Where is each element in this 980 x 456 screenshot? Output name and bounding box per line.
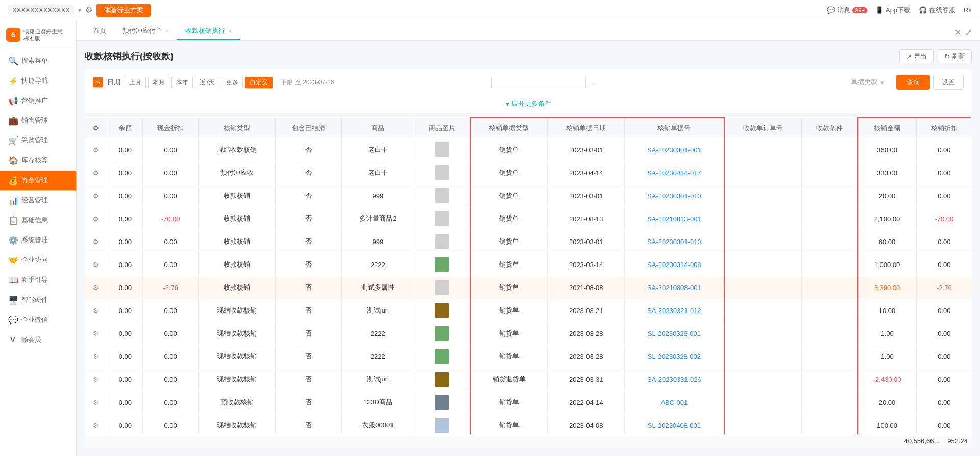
sidebar-item-basics[interactable]: 📋 基础信息 [0,210,76,230]
row-gear[interactable]: ⚙ [85,253,108,276]
filter-7days[interactable]: 近7天 [195,77,220,88]
refresh-button[interactable]: ↻ 刷新 [938,49,972,63]
row-gear[interactable]: ⚙ [85,299,108,322]
company-name[interactable]: XXXXXXXXXXXXX [8,5,74,15]
filter-this-month[interactable]: 本月 [148,77,169,88]
row-discount: 0.00 [916,253,972,276]
sidebar-item-enterprise[interactable]: 🤝 企业协同 [0,250,76,270]
marketing-icon: 📢 [8,96,17,106]
sidebar-item-purchase[interactable]: 🛒 采购管理 [0,131,76,151]
row-bill-no[interactable]: ABC-001 [625,391,724,414]
sidebar-item-finance[interactable]: 💰 资金管理 [0,171,76,190]
row-gear[interactable]: ⚙ [85,345,108,368]
user-item[interactable]: Rit [964,6,972,14]
filter-last-month[interactable]: 上月 [125,77,146,88]
row-gear[interactable]: ⚙ [85,138,108,161]
company-dropdown-icon[interactable]: ▾ [78,7,81,14]
sidebar-item-inventory[interactable]: 🏠 库存核算 [0,151,76,171]
row-discount: 0.00 [916,299,972,322]
row-type: 现结收款核销 [199,322,276,345]
logo-icon: 6 [6,28,20,42]
row-settled: 否 [276,161,342,184]
message-item[interactable]: 💬 消息 99+ [827,6,867,15]
col-header-order-no: 收款单订单号 [724,118,801,138]
counterpart-filter: ··· [338,77,751,88]
row-bill-no[interactable]: SA-20230331-026 [625,368,724,391]
row-gear[interactable]: ⚙ [85,276,108,299]
top-bar-left: XXXXXXXXXXXXX ▾ ⚙ 体验行业方案 [8,4,821,17]
tab-expand-icon[interactable]: ⤢ [965,28,972,37]
tab-collection[interactable]: 收款核销执行 × [177,22,240,40]
tab-prepay-close[interactable]: × [165,27,169,34]
row-gear[interactable]: ⚙ [85,391,108,414]
table-scroll[interactable]: ⚙ 余额 现金折扣 核销类型 包含已结清 商品 商品图片 核销单据类型 核销单据… [85,117,972,434]
row-settled: 否 [276,230,342,253]
sidebar-item-system[interactable]: ⚙️ 系统管理 [0,230,76,250]
row-bill-no[interactable]: SA-20230414-017 [625,161,724,184]
settings-icon[interactable]: ⚙ [85,5,92,15]
top-bar: XXXXXXXXXXXXX ▾ ⚙ 体验行业方案 💬 消息 99+ 📱 App下… [0,0,980,20]
tab-collection-close[interactable]: × [228,27,232,34]
row-gear[interactable]: ⚙ [85,368,108,391]
row-gear[interactable]: ⚙ [85,230,108,253]
footer-total-discount: 952.24 [947,437,968,445]
filter-more[interactable]: 更多 [222,77,243,88]
row-amount: 1.00 [857,322,916,345]
row-bill-no[interactable]: SL-20230328-002 [625,345,724,368]
row-gear[interactable]: ⚙ [85,161,108,184]
sidebar-item-search[interactable]: 🔍 搜索菜单 [0,51,76,71]
col-header-goods: 商品 [342,118,414,138]
row-bill-no[interactable]: SA-20230314-008 [625,253,724,276]
row-bill-no[interactable]: SA-20210813-001 [625,207,724,230]
row-goods: 老白干 [342,138,414,161]
sidebar-item-sales[interactable]: 💼 销售管理 [0,111,76,131]
row-settled: 否 [276,138,342,161]
sidebar-item-hardware[interactable]: 🖥️ 智能硬件 [0,290,76,310]
row-bill-no[interactable]: SA-20230301-010 [625,184,724,207]
tab-prepay[interactable]: 预付冲应付单 × [114,22,177,40]
filter-custom[interactable]: 自定义 [245,77,273,88]
filter-this-year[interactable]: 本年 [172,77,193,88]
row-balance: 0.00 [108,184,142,207]
table-row: ⚙ 0.00 0.00 收款核销 否 2222 销货单 2023-03-14 S… [85,253,972,276]
row-amount: 20.00 [857,391,916,414]
row-gear[interactable]: ⚙ [85,414,108,434]
filter-expand-arrow[interactable]: » [93,77,103,87]
row-gear[interactable]: ⚙ [85,322,108,345]
row-balance: 0.00 [108,414,142,434]
row-payment-term [801,276,857,299]
online-service-item[interactable]: 🎧 在线客服 [919,6,955,15]
row-order-no [724,345,801,368]
query-button[interactable]: 查询 [896,75,930,90]
setting-button[interactable]: 设置 [933,75,964,90]
row-bill-no[interactable]: SA-20230301-001 [625,138,724,161]
sidebar-item-quick-nav[interactable]: ⚡ 快捷导航 [0,71,76,91]
sidebar-item-operations[interactable]: 📊 经营管理 [0,190,76,210]
row-discount: 0.00 [916,322,972,345]
row-bill-no[interactable]: SL-20230408-001 [625,414,724,434]
row-bill-date: 2023-04-14 [548,161,625,184]
export-button[interactable]: ↗ 导出 [899,49,934,63]
solution-button[interactable]: 体验行业方案 [96,4,151,17]
row-bill-no[interactable]: SA-20230301-010 [625,230,724,253]
sidebar-item-member[interactable]: V 畅会员 [0,330,76,349]
row-amount: 333.00 [857,161,916,184]
row-bill-no[interactable]: SA-20230321-012 [625,299,724,322]
row-payment-term [801,230,857,253]
operations-icon: 📊 [8,196,17,205]
sidebar-item-wechat[interactable]: 💬 企业微信 [0,310,76,330]
tab-close-all-icon[interactable]: ✕ [954,28,961,37]
counterpart-input[interactable] [491,77,586,88]
row-gear[interactable]: ⚙ [85,207,108,230]
app-download-item[interactable]: 📱 App下载 [875,6,911,15]
expand-more-button[interactable]: ▾ 展开更多条件 [506,99,551,108]
row-bill-no[interactable]: SA-20210808-001 [625,276,724,299]
row-type: 收款核销 [199,253,276,276]
tab-home[interactable]: 首页 [85,22,114,40]
row-payment-term [801,138,857,161]
row-bill-no[interactable]: SL-20230328-001 [625,322,724,345]
row-amount: 1,000.00 [857,253,916,276]
row-gear[interactable]: ⚙ [85,184,108,207]
sidebar-item-marketing[interactable]: 📢 营销推广 [0,91,76,111]
sidebar-item-guide[interactable]: 📖 新手引导 [0,270,76,290]
